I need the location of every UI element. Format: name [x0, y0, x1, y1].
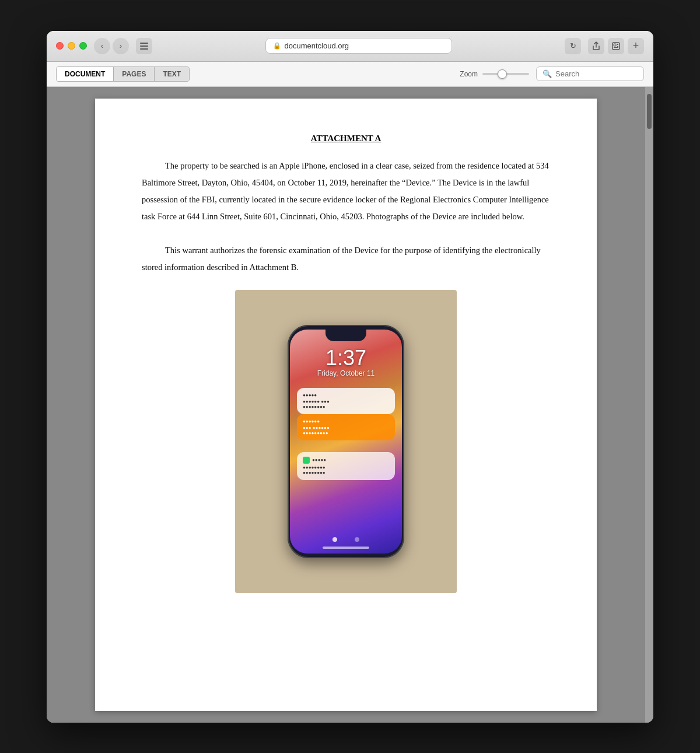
nav-buttons: ‹ › [94, 38, 129, 54]
svg-rect-5 [617, 44, 618, 45]
iphone-notch [326, 330, 366, 341]
iphone-home-bar [323, 547, 369, 549]
iphone-frame: 1:37 Friday, October 11 ●●●●● ●●●●●● ●●●… [288, 325, 404, 558]
iphone-icons-bottom [332, 537, 359, 542]
phone-image: 1:37 Friday, October 11 ●●●●● ●●●●●● ●●●… [235, 290, 457, 593]
share-button[interactable] [588, 38, 604, 54]
svg-rect-6 [617, 46, 618, 47]
document-container[interactable]: ATTACHMENT A The property to be searched… [47, 87, 645, 723]
maximize-button[interactable] [79, 42, 87, 50]
doc-toolbar: DOCUMENT PAGES TEXT Zoom 🔍 [47, 62, 653, 87]
minimize-button[interactable] [68, 42, 75, 50]
tab-text[interactable]: TEXT [155, 67, 189, 81]
paragraph-1: The property to be searched is an Apple … [142, 157, 550, 225]
content-area: ATTACHMENT A The property to be searched… [47, 87, 653, 723]
zoom-section: Zoom [460, 70, 529, 78]
refresh-button[interactable]: ↻ [565, 38, 581, 54]
title-bar: ‹ › 🔒 documentcloud.org ↻ [47, 31, 653, 62]
scrollbar-thumb[interactable] [647, 94, 652, 129]
tab-group: DOCUMENT PAGES TEXT [56, 66, 190, 82]
notification-card-1: ●●●●● ●●●●●● ●●● ●●●●●●●● [297, 388, 395, 414]
svg-rect-2 [140, 48, 148, 50]
browser-window: ‹ › 🔒 documentcloud.org ↻ [47, 31, 653, 723]
forward-button[interactable]: › [113, 38, 129, 54]
tab-document[interactable]: DOCUMENT [57, 67, 114, 81]
address-bar[interactable]: 🔒 documentcloud.org [265, 38, 452, 54]
close-button[interactable] [56, 42, 64, 50]
paragraph-2: This warrant authorizes the forensic exa… [142, 242, 550, 276]
iphone-time: 1:37 [326, 346, 366, 370]
document-page: ATTACHMENT A The property to be searched… [95, 99, 597, 711]
address-bar-container: 🔒 documentcloud.org [159, 38, 558, 54]
document-title: ATTACHMENT A [142, 134, 550, 143]
iphone-date: Friday, October 11 [317, 369, 374, 377]
svg-rect-4 [614, 44, 616, 46]
toolbar-right: + [588, 38, 644, 54]
scrollbar-track[interactable] [645, 87, 653, 723]
document-body: The property to be searched is an Apple … [142, 157, 550, 276]
tab-pages[interactable]: PAGES [114, 67, 155, 81]
zoom-slider[interactable] [482, 73, 529, 75]
svg-rect-7 [614, 47, 618, 48]
phone-image-container: 1:37 Friday, October 11 ●●●●● ●●●●●● ●●●… [142, 290, 550, 593]
icon-dot-2 [355, 537, 359, 542]
sidebar-button[interactable] [136, 38, 152, 54]
search-bar[interactable]: 🔍 [536, 66, 644, 81]
iphone-screen: 1:37 Friday, October 11 ●●●●● ●●●●●● ●●●… [290, 330, 402, 554]
search-input[interactable] [555, 69, 638, 78]
icon-dot-1 [332, 537, 337, 542]
url-text: documentcloud.org [285, 41, 349, 50]
back-button[interactable]: ‹ [94, 38, 110, 54]
svg-rect-1 [140, 45, 148, 47]
zoom-label: Zoom [460, 70, 478, 78]
search-icon: 🔍 [542, 69, 552, 78]
traffic-lights [56, 42, 87, 50]
svg-rect-0 [140, 43, 148, 44]
new-tab-button[interactable]: + [628, 38, 644, 54]
tab-overview-button[interactable] [608, 38, 624, 54]
notification-card-3: ●●●●● ●●●●●●●● ●●●●●●●● [297, 452, 395, 480]
lock-icon: 🔒 [273, 42, 281, 50]
notification-card-2: ●●●●●● ●●● ●●●●●● ●●●●●●●●● [297, 414, 395, 440]
